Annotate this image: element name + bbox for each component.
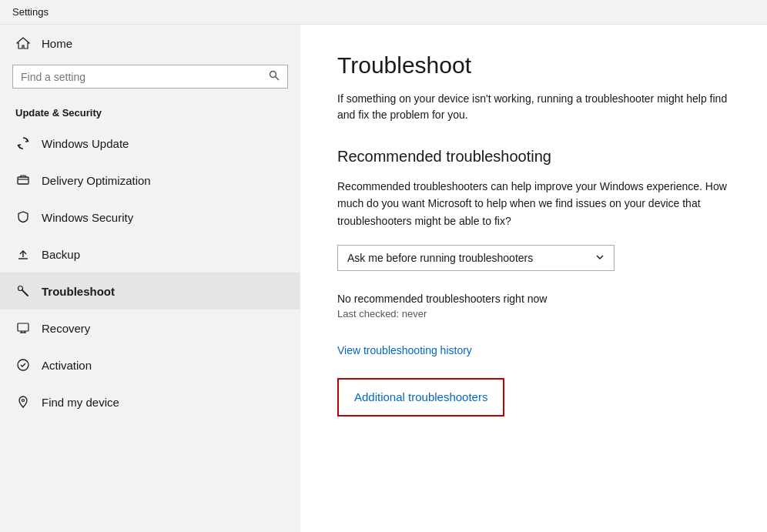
main-layout: Home Update & Security Wi bbox=[0, 25, 767, 532]
troubleshoot-label: Troubleshoot bbox=[42, 285, 115, 298]
sidebar-home[interactable]: Home bbox=[0, 25, 300, 62]
backup-label: Backup bbox=[42, 248, 80, 261]
last-checked-text: Last checked: never bbox=[337, 308, 730, 320]
svg-rect-2 bbox=[18, 177, 28, 184]
refresh-icon bbox=[15, 136, 31, 151]
activation-icon bbox=[15, 357, 31, 373]
activation-label: Activation bbox=[42, 359, 92, 372]
chevron-down-icon bbox=[595, 252, 605, 264]
title-bar: Settings bbox=[0, 0, 767, 25]
sidebar-item-delivery-optimization[interactable]: Delivery Optimization bbox=[0, 162, 300, 199]
home-icon bbox=[15, 35, 31, 51]
find-my-device-label: Find my device bbox=[42, 396, 119, 409]
delivery-optimization-label: Delivery Optimization bbox=[42, 174, 151, 187]
sidebar-item-backup[interactable]: Backup bbox=[0, 236, 300, 273]
svg-point-6 bbox=[18, 360, 28, 370]
recommended-heading: Recommended troubleshooting bbox=[337, 148, 730, 166]
windows-security-label: Windows Security bbox=[42, 211, 133, 224]
sidebar-item-troubleshoot[interactable]: Troubleshoot bbox=[0, 273, 300, 309]
backup-icon bbox=[15, 246, 31, 262]
windows-update-label: Windows Update bbox=[42, 137, 129, 150]
search-input[interactable] bbox=[21, 71, 263, 83]
sidebar-item-recovery[interactable]: Recovery bbox=[0, 309, 300, 346]
page-title: Troubleshoot bbox=[337, 52, 730, 79]
wrench-icon bbox=[15, 283, 31, 299]
location-icon bbox=[15, 394, 31, 410]
svg-line-4 bbox=[22, 290, 28, 296]
recommended-desc: Recommended troubleshooters can help imp… bbox=[337, 178, 730, 229]
search-button[interactable] bbox=[269, 70, 280, 83]
sidebar-item-find-my-device[interactable]: Find my device bbox=[0, 383, 300, 420]
section-title: Update & Security bbox=[0, 101, 300, 125]
view-history-link[interactable]: View troubleshooting history bbox=[337, 344, 730, 356]
recovery-label: Recovery bbox=[42, 322, 90, 335]
no-troubleshooters-text: No recommended troubleshooters right now bbox=[337, 293, 730, 305]
sidebar-item-windows-security[interactable]: Windows Security bbox=[0, 199, 300, 236]
app-title: Settings bbox=[12, 6, 49, 18]
troubleshooter-dropdown[interactable]: Ask me before running troubleshooters bbox=[337, 245, 615, 271]
sidebar-item-activation[interactable]: Activation bbox=[0, 346, 300, 383]
search-box[interactable] bbox=[12, 65, 288, 89]
home-label: Home bbox=[42, 37, 72, 50]
recovery-icon bbox=[15, 320, 31, 336]
shield-icon bbox=[15, 209, 31, 225]
svg-line-1 bbox=[276, 77, 280, 81]
additional-troubleshooters-box[interactable]: Additional troubleshooters bbox=[337, 378, 504, 417]
additional-troubleshooters-link[interactable]: Additional troubleshooters bbox=[354, 390, 487, 403]
svg-point-0 bbox=[270, 72, 276, 78]
sidebar: Home Update & Security Wi bbox=[0, 25, 300, 532]
svg-point-7 bbox=[22, 400, 25, 402]
intro-text: If something on your device isn't workin… bbox=[337, 91, 730, 123]
sidebar-item-windows-update[interactable]: Windows Update bbox=[0, 125, 300, 162]
content-area: Troubleshoot If something on your device… bbox=[300, 25, 767, 532]
dropdown-value: Ask me before running troubleshooters bbox=[347, 252, 533, 264]
delivery-icon bbox=[15, 172, 31, 188]
svg-rect-5 bbox=[18, 323, 28, 331]
